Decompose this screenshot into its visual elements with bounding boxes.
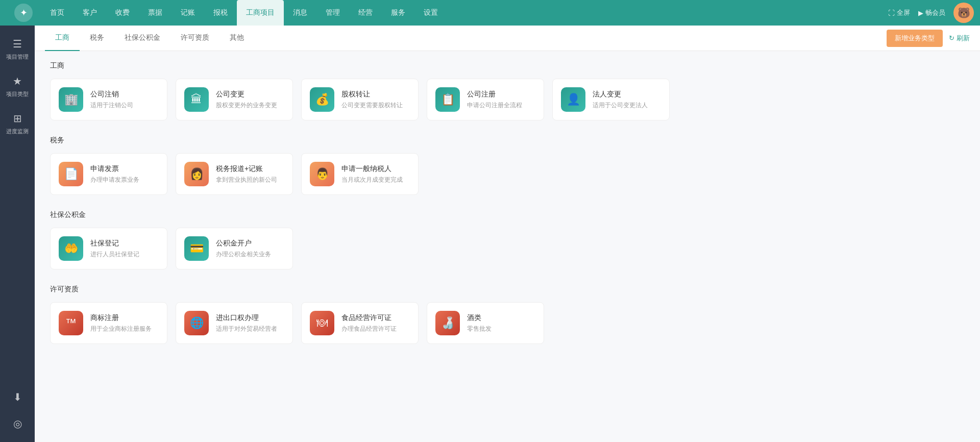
card-text-gongshang-2: 股权转让公司变更需要股权转让	[341, 90, 410, 110]
service-card-gongshang-1[interactable]: 🏛公司变更股权变更外的业务变更	[176, 79, 293, 120]
member-icon: ▶	[918, 9, 923, 17]
card-desc-gongshang-2: 公司变更需要股权转让	[341, 101, 410, 110]
service-card-shuiwu-2[interactable]: 👨申请一般纳税人当月或次月成变更完成	[301, 153, 419, 195]
card-title-shuiwu-1: 税务报道+记账	[216, 164, 284, 174]
nav-item-客户[interactable]: 客户	[74, 0, 106, 26]
scroll-content[interactable]: 工商🏢公司注销适用于注销公司🏛公司变更股权变更外的业务变更💰股权转让公司变更需要…	[35, 51, 980, 442]
nav-item-服务[interactable]: 服务	[382, 0, 414, 26]
cards-grid-gongshang: 🏢公司注销适用于注销公司🏛公司变更股权变更外的业务变更💰股权转让公司变更需要股权…	[50, 79, 965, 120]
card-title-shuiwu-0: 申请发票	[90, 164, 159, 174]
card-text-shuiwu-2: 申请一般纳税人当月或次月成变更完成	[341, 164, 410, 184]
sidebar-bottom-icon: ◎	[13, 418, 22, 430]
nav-item-消息[interactable]: 消息	[284, 0, 316, 26]
service-card-shuiwu-1[interactable]: 👩税务报道+记账拿到营业执照的新公司	[176, 153, 293, 195]
service-card-shuiwu-0[interactable]: 📄申请发票办理申请发票业务	[50, 153, 167, 195]
top-nav: ✦ 首页客户收费票据记账报税工商项目消息管理经营服务设置 ⛶ 全屏 ▶ 畅会员 …	[0, 0, 980, 26]
card-title-xuke-3: 酒类	[467, 313, 535, 323]
sidebar-label: 项目管理	[6, 53, 29, 61]
nav-right: ⛶ 全屏 ▶ 畅会员 🐻	[888, 3, 974, 23]
card-icon-gongshang-0: 🏢	[59, 87, 83, 112]
service-card-xuke-2[interactable]: 🍽食品经营许可证办理食品经营许可证	[301, 302, 419, 344]
card-desc-shebao-1: 办理公积金相关业务	[216, 250, 284, 259]
service-card-gongshang-2[interactable]: 💰股权转让公司变更需要股权转让	[301, 79, 419, 120]
service-card-xuke-0[interactable]: ™商标注册用于企业商标注册服务	[50, 302, 167, 344]
member-label: 畅会员	[925, 8, 945, 17]
cards-grid-xuke: ™商标注册用于企业商标注册服务🌐进出口权办理适用于对外贸易经营者🍽食品经营许可证…	[50, 302, 965, 344]
card-desc-gongshang-4: 适用于公司变更法人	[593, 101, 661, 110]
refresh-button[interactable]: ↻ 刷新	[949, 34, 970, 43]
card-icon-xuke-0: ™	[59, 311, 83, 335]
sidebar-item-项目类型[interactable]: ★项目类型	[0, 68, 35, 105]
tabs-container: 工商税务社保公积金许可资质其他	[45, 26, 254, 51]
card-title-gongshang-2: 股权转让	[341, 90, 410, 99]
card-icon-gongshang-3: 📋	[435, 87, 460, 112]
card-title-xuke-2: 食品经营许可证	[341, 313, 410, 323]
sidebar-bottom-item[interactable]: ◎	[0, 410, 35, 437]
service-card-shebao-1[interactable]: 💳公积金开户办理公积金相关业务	[176, 228, 293, 269]
card-icon-xuke-2: 🍽	[310, 311, 334, 335]
tab-许可资质[interactable]: 许可资质	[170, 26, 219, 51]
nav-item-工商项目[interactable]: 工商项目	[237, 0, 284, 26]
nav-item-票据[interactable]: 票据	[139, 0, 172, 26]
sidebar-item-进度监测[interactable]: ⊞进度监测	[0, 105, 35, 142]
card-desc-gongshang-0: 适用于注销公司	[90, 101, 159, 110]
card-icon-shebao-1: 💳	[184, 236, 209, 261]
nav-item-收费[interactable]: 收费	[106, 0, 139, 26]
nav-item-首页[interactable]: 首页	[41, 0, 74, 26]
service-card-gongshang-0[interactable]: 🏢公司注销适用于注销公司	[50, 79, 167, 120]
card-desc-xuke-2: 办理食品经营许可证	[341, 325, 410, 333]
nav-item-管理[interactable]: 管理	[316, 0, 349, 26]
nav-item-经营[interactable]: 经营	[349, 0, 382, 26]
fullscreen-icon: ⛶	[888, 9, 895, 17]
card-text-xuke-0: 商标注册用于企业商标注册服务	[90, 313, 159, 333]
sidebar-item-项目管理[interactable]: ☰项目管理	[0, 31, 35, 68]
card-icon-gongshang-1: 🏛	[184, 87, 209, 112]
fullscreen-btn[interactable]: ⛶ 全屏	[888, 8, 910, 17]
tab-社保公积金[interactable]: 社保公积金	[114, 26, 170, 51]
service-card-xuke-1[interactable]: 🌐进出口权办理适用于对外贸易经营者	[176, 302, 293, 344]
section-xuke: 许可资质™商标注册用于企业商标注册服务🌐进出口权办理适用于对外贸易经营者🍽食品经…	[50, 285, 965, 344]
section-shuiwu: 税务📄申请发票办理申请发票业务👩税务报道+记账拿到营业执照的新公司👨申请一般纳税…	[50, 136, 965, 195]
sidebar-bottom-item[interactable]: ⬇	[0, 384, 35, 410]
card-icon-shebao-0: 🤲	[59, 236, 83, 261]
card-title-xuke-1: 进出口权办理	[216, 313, 284, 323]
sidebar-label: 项目类型	[6, 90, 29, 98]
card-desc-shuiwu-0: 办理申请发票业务	[90, 176, 159, 184]
logo-area: ✦	[6, 4, 41, 22]
card-text-shuiwu-0: 申请发票办理申请发票业务	[90, 164, 159, 184]
service-card-shebao-0[interactable]: 🤲社保登记进行人员社保登记	[50, 228, 167, 269]
member-btn[interactable]: ▶ 畅会员	[918, 8, 945, 17]
section-gongshang: 工商🏢公司注销适用于注销公司🏛公司变更股权变更外的业务变更💰股权转让公司变更需要…	[50, 61, 965, 120]
nav-item-记账[interactable]: 记账	[172, 0, 204, 26]
section-title-shebao: 社保公积金	[50, 210, 965, 219]
section-title-shuiwu: 税务	[50, 136, 965, 145]
service-card-gongshang-4[interactable]: 👤法人变更适用于公司变更法人	[552, 79, 670, 120]
card-title-shebao-1: 公积金开户	[216, 239, 284, 248]
card-text-shuiwu-1: 税务报道+记账拿到营业执照的新公司	[216, 164, 284, 184]
card-text-shebao-0: 社保登记进行人员社保登记	[90, 239, 159, 259]
sidebar-bottom: ⬇◎	[0, 384, 35, 437]
tab-其他[interactable]: 其他	[219, 26, 254, 51]
sidebar-icon: ⊞	[13, 112, 22, 125]
card-text-xuke-1: 进出口权办理适用于对外贸易经营者	[216, 313, 284, 333]
card-icon-gongshang-2: 💰	[310, 87, 334, 112]
tabs-actions: 新增业务类型 ↻ 刷新	[887, 30, 970, 47]
refresh-icon: ↻	[949, 34, 954, 42]
card-icon-xuke-3: 🍶	[435, 311, 460, 335]
card-icon-shuiwu-0: 📄	[59, 162, 83, 186]
card-icon-gongshang-4: 👤	[561, 87, 585, 112]
card-title-shuiwu-2: 申请一般纳税人	[341, 164, 410, 174]
service-card-xuke-3[interactable]: 🍶酒类零售批发	[427, 302, 544, 344]
new-business-type-button[interactable]: 新增业务类型	[887, 30, 943, 47]
card-text-gongshang-3: 公司注册申请公司注册全流程	[467, 90, 535, 110]
tab-税务[interactable]: 税务	[80, 26, 114, 51]
card-title-xuke-0: 商标注册	[90, 313, 159, 323]
fullscreen-label: 全屏	[897, 8, 910, 17]
cards-grid-shebao: 🤲社保登记进行人员社保登记💳公积金开户办理公积金相关业务	[50, 228, 965, 269]
nav-item-报税[interactable]: 报税	[204, 0, 237, 26]
section-title-gongshang: 工商	[50, 61, 965, 70]
card-desc-shuiwu-1: 拿到营业执照的新公司	[216, 176, 284, 184]
service-card-gongshang-3[interactable]: 📋公司注册申请公司注册全流程	[427, 79, 544, 120]
nav-item-设置[interactable]: 设置	[414, 0, 447, 26]
tab-工商[interactable]: 工商	[45, 26, 80, 51]
